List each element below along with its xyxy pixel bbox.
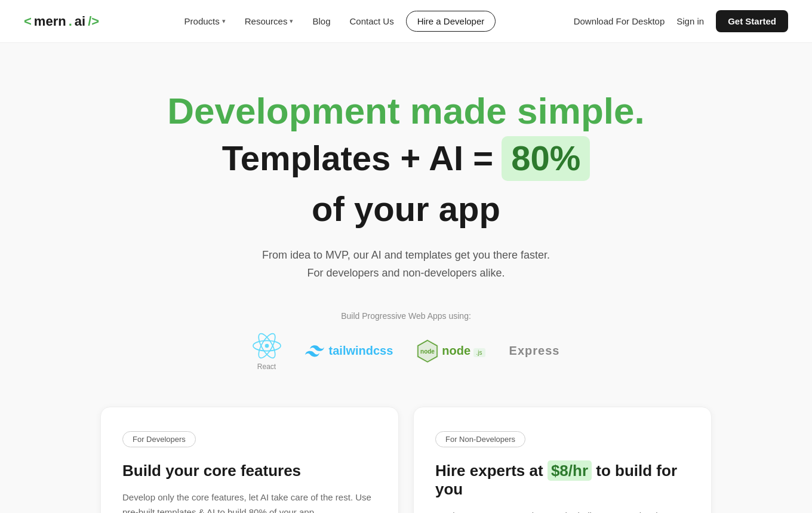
download-desktop-link[interactable]: Download For Desktop	[574, 16, 665, 26]
hire-developer-button[interactable]: Hire a Developer	[406, 11, 496, 32]
hero-of-your-app: of your app	[312, 189, 500, 229]
hero-title-line1: Development made simple.	[161, 91, 651, 131]
node-sub: .js	[473, 348, 485, 357]
tech-logos: React tailwindcss node	[161, 331, 651, 371]
react-icon	[253, 331, 281, 360]
developer-card: For Developers Build your core features …	[100, 407, 399, 513]
tailwind-logo: tailwindcss	[305, 344, 393, 358]
nav-resources[interactable]: Resources ▾	[238, 11, 301, 31]
non-developer-card: For Non-Developers Hire experts at $8/hr…	[413, 407, 712, 513]
node-logo: node node .js	[417, 339, 485, 363]
chevron-down-icon: ▾	[222, 17, 226, 25]
price-highlight: $8/hr	[548, 460, 592, 481]
dev-card-desc: Develop only the core features, let AI t…	[122, 490, 377, 513]
nav-blog[interactable]: Blog	[305, 11, 337, 31]
tech-section: Build Progressive Web Apps using: React	[161, 311, 651, 371]
express-text: Express	[509, 344, 560, 358]
tailwind-badge: tailwindcss	[305, 344, 393, 358]
hero-section: Development made simple. Templates + AI …	[137, 43, 675, 407]
svg-point-3	[264, 343, 269, 348]
hero-percent: 80%	[502, 136, 590, 181]
nav-center: Products ▾ Resources ▾ Blog Contact Us H…	[177, 11, 496, 32]
signin-link[interactable]: Sign in	[676, 16, 704, 26]
hero-subtitle: From idea to MVP, our AI and templates g…	[161, 246, 651, 282]
get-started-button[interactable]: Get Started	[716, 10, 788, 32]
svg-text:node: node	[420, 348, 435, 355]
tailwind-text: tailwindcss	[329, 344, 393, 358]
tailwind-wave-icon	[305, 345, 324, 357]
chevron-down-icon: ▾	[290, 17, 293, 25]
express-logo: Express	[509, 344, 560, 358]
node-text: node	[442, 344, 470, 357]
tech-label: Build Progressive Web Apps using:	[161, 311, 651, 321]
logo[interactable]: <mern.ai/>	[24, 14, 99, 29]
node-icon: node	[417, 339, 438, 363]
non-dev-badge: For Non-Developers	[435, 431, 525, 447]
nav-left: <mern.ai/>	[24, 14, 99, 29]
node-badge: node node .js	[417, 339, 485, 363]
react-label: React	[257, 363, 276, 371]
hero-title-line2: Templates + AI = 80% of your app	[161, 136, 651, 229]
non-dev-card-title: Hire experts at $8/hr to build for you	[435, 462, 690, 499]
dev-badge: For Developers	[122, 431, 196, 447]
nav-products[interactable]: Products ▾	[177, 11, 233, 31]
navbar: <mern.ai/> Products ▾ Resources ▾ Blog C…	[0, 0, 812, 43]
cards-section: For Developers Build your core features …	[48, 407, 764, 513]
hero-templates-ai: Templates + AI =	[222, 139, 494, 179]
nav-contact[interactable]: Contact Us	[342, 11, 401, 31]
nav-right: Download For Desktop Sign in Get Started	[574, 10, 788, 32]
react-logo: React	[253, 331, 281, 371]
non-dev-card-desc: Let the same expert engineers who built …	[435, 508, 690, 513]
dev-card-title: Build your core features	[122, 462, 377, 480]
